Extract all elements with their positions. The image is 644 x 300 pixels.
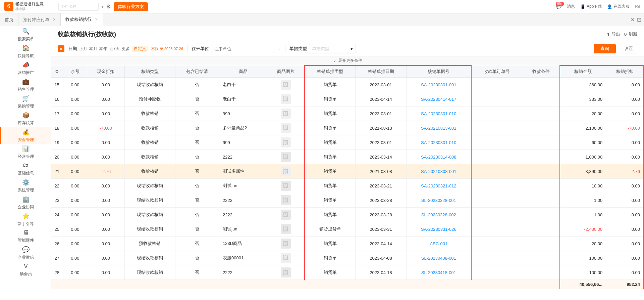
message-icon[interactable]: 💬 99+ bbox=[556, 4, 561, 9]
company-name-input[interactable]: 公司名称 bbox=[58, 3, 99, 11]
refresh-button[interactable]: ↻ 刷新 bbox=[624, 31, 637, 37]
expand-more-bar[interactable]: ∨ 展开更多条件 bbox=[51, 56, 644, 65]
cell-bill-no[interactable]: SA-20210808-001 bbox=[406, 164, 471, 179]
setting-button[interactable]: 设置 bbox=[620, 44, 637, 53]
bill-no-link[interactable]: SA-20230301-001 bbox=[421, 82, 457, 87]
sidebar-item-sales[interactable]: 💼 销售管理 bbox=[0, 77, 51, 93]
cell-bill-no[interactable]: SA-20230301-010 bbox=[406, 135, 471, 150]
cell-bill-no[interactable]: SL-20230328-002 bbox=[406, 208, 471, 222]
goods-image-thumbnail[interactable]: 🖼 bbox=[281, 195, 291, 205]
cell-bill-no[interactable]: SA-20230414-017 bbox=[406, 92, 471, 106]
sidebar-label-inventory: 库存核算 bbox=[18, 120, 34, 126]
date-opt-this-year[interactable]: 本年 bbox=[99, 46, 107, 52]
sidebar-item-search[interactable]: 🔍 搜索菜单 bbox=[0, 26, 51, 43]
cell-bill-date: 2023-04-14 bbox=[356, 92, 406, 106]
cell-goods-image[interactable]: 🖼 bbox=[267, 121, 305, 135]
bill-no-link[interactable]: SA-20230331-026 bbox=[421, 227, 457, 232]
sidebar-item-newbie[interactable]: 🌟 新手引导 bbox=[0, 211, 51, 228]
sidebar-item-system[interactable]: ⚙️ 系统管理 bbox=[0, 177, 51, 194]
cell-goods-image[interactable]: 🖼 bbox=[267, 251, 305, 265]
bill-no-link[interactable]: SL-20230408-001 bbox=[421, 256, 456, 261]
bill-type-select[interactable]: 单据类型 ▾ bbox=[309, 44, 356, 53]
date-opt-more[interactable]: 更多 bbox=[122, 46, 130, 52]
page-title: 收款核销执行(按收款) bbox=[58, 30, 116, 38]
sidebar-item-enterprise[interactable]: 🏢 企业协同 bbox=[0, 194, 51, 211]
bill-no-link[interactable]: SL-20230328-002 bbox=[421, 212, 456, 217]
settings-icon[interactable]: ⚙ bbox=[55, 69, 59, 74]
bill-no-link[interactable]: SA-20230301-010 bbox=[421, 140, 457, 145]
sidebar-item-smart[interactable]: 🖥 智能硬件 bbox=[0, 228, 51, 245]
expand-button[interactable]: » bbox=[58, 45, 64, 52]
sidebar-item-operation[interactable]: 📊 经营管理 bbox=[0, 144, 51, 161]
goods-image-thumbnail[interactable]: 🖼 bbox=[281, 152, 291, 162]
cell-goods-image[interactable]: 🖼 bbox=[267, 193, 305, 208]
cell-bill-no[interactable]: SL-20230328-001 bbox=[406, 193, 471, 208]
bill-no-link[interactable]: SL-20230418-001 bbox=[421, 270, 456, 275]
goods-image-thumbnail[interactable]: 🖼 bbox=[281, 210, 291, 220]
sidebar-item-marketing[interactable]: 📣 营销推广 bbox=[0, 60, 51, 77]
sidebar-item-wechat[interactable]: 💬 企业微信 bbox=[0, 245, 51, 261]
tab-prepay-close[interactable]: ✕ bbox=[53, 17, 56, 22]
tab-collection[interactable]: 收款核销执行 ✕ bbox=[61, 13, 103, 26]
cell-bill-type: 销货单 bbox=[305, 164, 356, 179]
cell-bill-no[interactable]: SA-20230331-026 bbox=[406, 222, 471, 237]
company-dropdown-icon[interactable]: ▾ bbox=[101, 4, 104, 9]
table-container[interactable]: ⚙ 余额 现金折扣 核销类型 包含已结清 商品 商品图片 核销单据类型 核销单据… bbox=[51, 65, 644, 300]
sidebar-item-member[interactable]: V 畅会员 bbox=[0, 261, 51, 278]
cell-bill-no[interactable]: SA-20230321-012 bbox=[406, 179, 471, 193]
cell-goods-image[interactable]: 🖼 bbox=[267, 265, 305, 280]
cell-goods-image[interactable]: 🖼 bbox=[267, 208, 305, 222]
bill-no-link[interactable]: SA-20210808-001 bbox=[421, 169, 457, 174]
sidebar-item-finance[interactable]: 💰 资金管理 bbox=[0, 127, 51, 144]
goods-image-thumbnail[interactable]: 🖼 bbox=[281, 267, 291, 277]
date-opt-last-month[interactable]: 上月 bbox=[79, 46, 87, 52]
cell-goods-image[interactable]: 🖼 bbox=[267, 222, 305, 237]
cell-bill-no[interactable]: ABC-001 bbox=[406, 237, 471, 251]
tab-collection-close[interactable]: ✕ bbox=[95, 17, 98, 22]
counterparty-input[interactable] bbox=[211, 45, 273, 53]
bill-no-link[interactable]: ABC-001 bbox=[430, 241, 447, 246]
cell-bill-no[interactable]: SL-20230418-001 bbox=[406, 265, 471, 280]
online-service-link[interactable]: 👤 在线客服 bbox=[607, 4, 630, 9]
tab-home[interactable]: 首页 bbox=[0, 13, 18, 26]
cell-bill-no[interactable]: SA-20210813-001 bbox=[406, 121, 471, 135]
bill-no-link[interactable]: SA-20230414-017 bbox=[421, 97, 457, 102]
bill-no-link[interactable]: SL-20230328-001 bbox=[421, 198, 456, 203]
cell-goods-image[interactable]: 🖼 bbox=[267, 106, 305, 121]
counterparty-dots[interactable]: ··· bbox=[275, 46, 281, 51]
cell-goods-image[interactable]: 🖼 bbox=[267, 78, 305, 92]
cell-goods-image[interactable]: 🖼 bbox=[267, 135, 305, 150]
goods-image-thumbnail[interactable]: 🖼 bbox=[281, 239, 291, 249]
bill-no-link[interactable]: SA-20230321-012 bbox=[421, 183, 457, 188]
bill-no-link[interactable]: SA-20230314-008 bbox=[421, 155, 457, 160]
cell-goods-image[interactable]: 🖼 bbox=[267, 150, 305, 164]
date-opt-custom[interactable]: 自定义 bbox=[132, 46, 148, 52]
sidebar-item-inventory[interactable]: 📦 库存核算 bbox=[0, 110, 51, 127]
cell-bill-no[interactable]: SA-20230314-008 bbox=[406, 150, 471, 164]
cell-goods-image[interactable]: 🖼 bbox=[267, 179, 305, 193]
export-button[interactable]: ⬆ 导出 bbox=[606, 31, 620, 37]
sidebar-item-basic[interactable]: 🗂 基础信息 bbox=[0, 161, 51, 177]
col-settings[interactable]: ⚙ bbox=[51, 66, 63, 78]
cell-bill-no[interactable]: SL-20230408-001 bbox=[406, 251, 471, 265]
date-opt-7days[interactable]: 近7天 bbox=[109, 46, 120, 52]
cell-bill-no[interactable]: SA-20230301-010 bbox=[406, 106, 471, 121]
sidebar-item-purchase[interactable]: 🛒 采购管理 bbox=[0, 93, 51, 110]
app-download-link[interactable]: 📱 App下载 bbox=[580, 4, 602, 9]
trial-button[interactable]: 体验行业方案 bbox=[114, 2, 148, 11]
bill-no-link[interactable]: SA-20210813-001 bbox=[421, 126, 457, 131]
cell-goods-image[interactable]: 🖼 bbox=[267, 92, 305, 106]
gear-icon[interactable]: ⚙ bbox=[106, 3, 111, 10]
bill-no-link[interactable]: SA-20230301-010 bbox=[421, 111, 457, 116]
window-maximize-icon[interactable]: ⊡ bbox=[637, 16, 641, 23]
sidebar-item-shortcut[interactable]: 🏠 快捷导航 bbox=[0, 43, 51, 60]
cell-bill-no[interactable]: SA-20230301-001 bbox=[406, 78, 471, 92]
query-button[interactable]: 查询 bbox=[594, 44, 616, 53]
goods-image-thumbnail[interactable]: 🖼 bbox=[281, 181, 291, 191]
goods-image-thumbnail[interactable]: 🖼 bbox=[281, 224, 291, 234]
cell-goods-image[interactable]: 🖼 bbox=[267, 164, 305, 179]
date-opt-this-month[interactable]: 本月 bbox=[89, 46, 97, 52]
tab-prepay[interactable]: 预付冲应付单 ✕ bbox=[18, 13, 61, 26]
cell-goods-image[interactable]: 🖼 bbox=[267, 237, 305, 251]
window-minimize-icon[interactable]: ✕ bbox=[631, 16, 635, 23]
